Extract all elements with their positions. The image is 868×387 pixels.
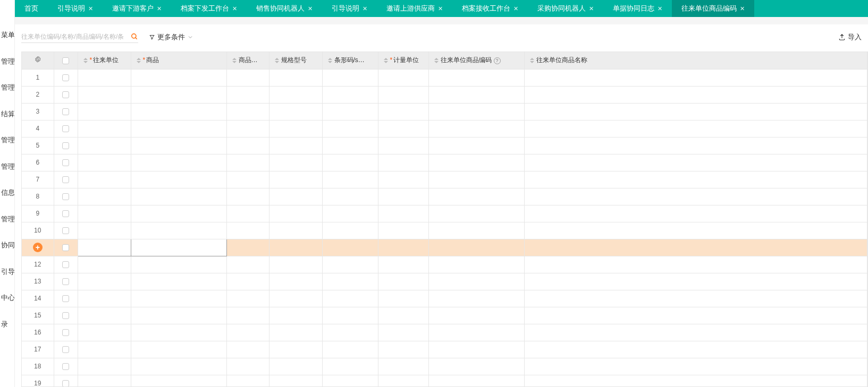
tab[interactable]: 引导说明✕ (322, 0, 377, 17)
cell[interactable] (428, 69, 524, 86)
cell[interactable] (428, 324, 524, 341)
cell[interactable] (524, 154, 867, 171)
cell[interactable] (269, 358, 322, 375)
tab[interactable]: 单据协同日志✕ (603, 0, 672, 17)
table-row[interactable]: 8 (22, 188, 867, 205)
cell[interactable] (78, 137, 131, 154)
cell[interactable] (78, 171, 131, 188)
tab[interactable]: 首页 (15, 0, 48, 17)
cell[interactable] (428, 222, 524, 239)
table-row[interactable]: 14 (22, 290, 867, 307)
cell[interactable] (322, 86, 378, 103)
tab[interactable]: 邀请下游客户✕ (103, 0, 171, 17)
cell[interactable] (78, 358, 131, 375)
cell[interactable] (524, 120, 867, 137)
cell[interactable] (131, 120, 226, 137)
cell[interactable] (524, 307, 867, 324)
cell[interactable] (269, 103, 322, 120)
sidebar-item[interactable]: 结算 (0, 106, 14, 123)
close-icon[interactable]: ✕ (658, 5, 662, 12)
cell[interactable] (269, 222, 322, 239)
cell[interactable] (226, 69, 269, 86)
cell[interactable] (428, 341, 524, 358)
cell[interactable] (378, 256, 428, 273)
cell[interactable] (378, 171, 428, 188)
table-row[interactable]: 12 (22, 256, 867, 273)
cell[interactable] (269, 188, 322, 205)
row-checkbox[interactable] (62, 176, 69, 183)
row-checkbox[interactable] (62, 91, 69, 98)
cell[interactable] (269, 205, 322, 222)
sidebar-item[interactable]: 管理 (0, 158, 14, 175)
row-checkbox[interactable] (62, 227, 69, 234)
row-checkbox[interactable] (62, 159, 69, 166)
col-settings[interactable] (22, 52, 54, 69)
cell[interactable] (226, 137, 269, 154)
cell[interactable] (226, 120, 269, 137)
export-button[interactable]: 导入 (838, 32, 862, 42)
cell[interactable] (78, 154, 131, 171)
cell[interactable] (322, 239, 378, 256)
cell[interactable] (226, 188, 269, 205)
cell[interactable] (131, 358, 226, 375)
cell[interactable] (428, 205, 524, 222)
col-unit-prod-name[interactable]: 往来单位商品名称 (524, 52, 867, 69)
cell[interactable] (322, 188, 378, 205)
row-checkbox[interactable] (62, 346, 69, 353)
cell[interactable] (131, 222, 226, 239)
close-icon[interactable]: ✕ (740, 5, 745, 12)
col-spec[interactable]: 规格型号 (269, 52, 322, 69)
cell[interactable] (322, 307, 378, 324)
cell[interactable] (524, 290, 867, 307)
cell[interactable] (269, 341, 322, 358)
cell[interactable] (378, 154, 428, 171)
cell[interactable] (428, 256, 524, 273)
cell[interactable] (226, 239, 269, 256)
sidebar-item[interactable]: 管理 (0, 53, 14, 70)
cell[interactable] (322, 222, 378, 239)
col-product-code[interactable]: 商品… (226, 52, 269, 69)
cell[interactable] (378, 103, 428, 120)
cell[interactable] (269, 273, 322, 290)
cell[interactable] (428, 307, 524, 324)
cell[interactable] (322, 341, 378, 358)
cell[interactable] (322, 205, 378, 222)
cell[interactable] (322, 324, 378, 341)
cell[interactable] (269, 154, 322, 171)
cell[interactable] (131, 103, 226, 120)
cell[interactable] (524, 205, 867, 222)
cell[interactable] (378, 324, 428, 341)
sidebar-item[interactable]: 管理 (0, 211, 14, 228)
row-checkbox[interactable] (62, 312, 69, 319)
cell[interactable] (131, 324, 226, 341)
cell[interactable] (378, 273, 428, 290)
cell[interactable] (226, 103, 269, 120)
cell[interactable] (524, 375, 867, 387)
cell[interactable] (524, 358, 867, 375)
cell[interactable] (378, 205, 428, 222)
row-checkbox[interactable] (62, 329, 69, 336)
tab[interactable]: 往来单位商品编码✕ (672, 0, 754, 17)
tab[interactable]: 采购协同机器人✕ (528, 0, 603, 17)
cell[interactable] (322, 290, 378, 307)
col-barcode[interactable]: 条形码/s… (322, 52, 378, 69)
row-checkbox[interactable] (62, 380, 69, 387)
sort-icon[interactable] (137, 58, 141, 63)
cell[interactable] (322, 103, 378, 120)
help-icon[interactable]: ? (494, 57, 501, 64)
cell[interactable] (131, 307, 226, 324)
cell[interactable] (269, 324, 322, 341)
cell[interactable] (131, 290, 226, 307)
sort-icon[interactable] (384, 58, 388, 63)
cell[interactable] (226, 86, 269, 103)
table-row[interactable]: 10 (22, 222, 867, 239)
cell[interactable] (524, 69, 867, 86)
cell[interactable] (131, 256, 226, 273)
tab[interactable]: 档案下发工作台✕ (171, 0, 247, 17)
sort-icon[interactable] (530, 58, 534, 63)
close-icon[interactable]: ✕ (363, 5, 367, 12)
table-row[interactable]: + (22, 239, 867, 256)
cell[interactable] (378, 137, 428, 154)
table-row[interactable]: 2 (22, 86, 867, 103)
cell[interactable] (269, 307, 322, 324)
